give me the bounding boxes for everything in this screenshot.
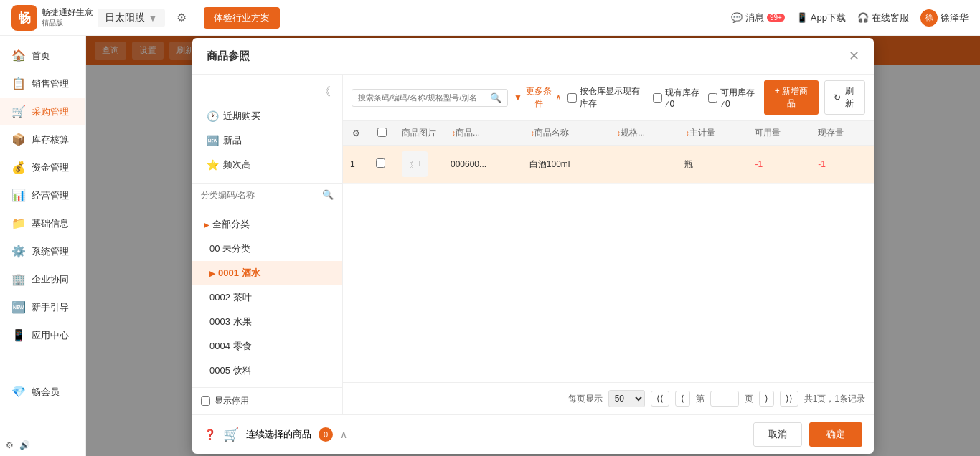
category-search-input[interactable] <box>201 190 318 200</box>
sidebar-item-enterprise[interactable]: 🏢 企业协同 <box>0 265 85 293</box>
app-download-item[interactable]: 📱 App下载 <box>796 11 846 24</box>
product-search-icon[interactable]: 🔍 <box>490 92 501 103</box>
topbar-right: 💬 消息 99+ 📱 App下载 🎧 在线客服 徐 徐泽华 <box>731 9 969 27</box>
commodity-modal: 商品参照 ✕ 《 🕐 近期购买 <box>192 38 874 454</box>
sidebar-item-sales[interactable]: 📋 销售管理 <box>0 70 85 98</box>
row-select-checkbox[interactable] <box>376 158 385 168</box>
row-stock: -1 <box>811 146 874 184</box>
category-0002[interactable]: 0002 茶叶 <box>192 285 342 310</box>
experience-btn[interactable]: 体验行业方案 <box>204 7 280 29</box>
messages-item[interactable]: 💬 消息 99+ <box>731 11 785 24</box>
sidebar-item-member[interactable]: 💎 畅会员 <box>0 378 85 406</box>
topbar: 畅 畅捷通好生意 精品版 日太阳膜 ▼ ⚙ 体验行业方案 💬 消息 99+ 📱 … <box>0 0 980 36</box>
th-unit: ↕ 主计量 <box>677 121 748 146</box>
nav-frequent[interactable]: ⭐ 频次高 <box>201 154 334 176</box>
th-checkbox <box>369 121 395 146</box>
nav-recent[interactable]: 🕐 近期购买 <box>201 105 334 127</box>
usable-ne0-label[interactable]: 可用库存≠0 <box>708 87 758 109</box>
product-search-input[interactable] <box>358 93 487 102</box>
stock-ne0-checkbox[interactable] <box>653 93 662 103</box>
modal-left-top: 《 🕐 近期购买 🆕 新品 ⭐ <box>192 75 342 184</box>
row-checkbox <box>369 146 395 184</box>
th-name: ↕ 商品名称 <box>522 121 608 146</box>
refresh-icon: ↻ <box>834 92 841 103</box>
row-available: -1 <box>748 146 811 184</box>
next-page-btn[interactable]: ⟩ <box>759 391 774 407</box>
system-icon: ⚙️ <box>11 244 26 258</box>
category-0003[interactable]: 0003 水果 <box>192 310 342 334</box>
arrow-icon: ▶ <box>204 221 209 229</box>
category-0005[interactable]: 0005 饮料 <box>192 358 342 383</box>
category-0001[interactable]: ▶ 0001 酒水 <box>192 261 342 285</box>
layout: 🏠 首页 📋 销售管理 🛒 采购管理 📦 库存核算 💰 资金管理 📊 经营管理 … <box>0 36 980 456</box>
topbar-center: 日太阳膜 ▼ ⚙ 体验行业方案 <box>98 7 731 29</box>
volume-icon[interactable]: 🔊 <box>19 440 30 450</box>
sidebar-item-inventory[interactable]: 📦 库存核算 <box>0 125 85 153</box>
arrow-icon: ▶ <box>209 270 215 277</box>
settings-icon[interactable]: ⚙ <box>352 128 360 138</box>
page-input[interactable]: 1 <box>710 391 739 407</box>
gear-icon[interactable]: ⚙ <box>176 11 187 24</box>
add-product-btn[interactable]: + 新增商品 <box>764 80 819 115</box>
frequent-icon: ⭐ <box>207 159 219 171</box>
filter-btn[interactable]: ▼ 更多条件 ∧ <box>514 85 562 110</box>
th-available: 可用量 <box>748 121 811 146</box>
prev-page-btn[interactable]: ⟨ <box>675 391 690 407</box>
select-all-checkbox[interactable] <box>377 128 387 137</box>
cart-icon[interactable]: 🛒 <box>223 427 239 442</box>
sales-icon: 📋 <box>11 77 26 90</box>
stock-ne0-label[interactable]: 现有库存≠0 <box>653 87 703 109</box>
chevron-down-icon: ▼ <box>148 12 158 24</box>
warehouse-display-checkbox[interactable] <box>567 93 577 103</box>
category-search: 🔍 <box>192 184 342 206</box>
confirm-btn[interactable]: 确定 <box>809 422 862 447</box>
collapse-footer-icon[interactable]: ∧ <box>340 429 347 440</box>
sidebar-item-home[interactable]: 🏠 首页 <box>0 42 85 70</box>
first-page-btn[interactable]: ⟨⟨ <box>651 391 669 407</box>
sidebar-item-finance[interactable]: 💰 资金管理 <box>0 153 85 181</box>
category-all[interactable]: ▶ 全部分类 <box>192 212 342 237</box>
category-list: ▶ 全部分类 00 未分类 ▶ 0001 酒水 0002 茶 <box>192 206 342 387</box>
user-item[interactable]: 徐 徐泽华 <box>920 9 969 27</box>
product-table-container: ⚙ 商品图片 <box>343 121 874 382</box>
th-spec: ↕ 规格... <box>608 121 677 146</box>
sidebar-item-appstore[interactable]: 📱 应用中心 <box>0 321 85 349</box>
settings-icon[interactable]: ⚙ <box>6 440 14 450</box>
company-selector[interactable]: 日太阳膜 ▼ <box>98 9 165 27</box>
modal-body: 《 🕐 近期购买 🆕 新品 ⭐ <box>192 75 874 414</box>
last-page-btn[interactable]: ⟩⟩ <box>780 391 798 407</box>
nav-new[interactable]: 🆕 新品 <box>201 130 334 151</box>
customer-service-item[interactable]: 🎧 在线客服 <box>857 11 909 24</box>
table-row[interactable]: 1 🏷 <box>343 146 874 184</box>
footer-actions: 取消 确定 <box>753 422 862 447</box>
page-suffix: 页 <box>745 393 753 405</box>
warehouse-display-label[interactable]: 按仓库显示现有库存 <box>567 85 647 110</box>
sidebar-item-basic[interactable]: 📁 基础信息 <box>0 209 85 237</box>
refresh-btn[interactable]: ↻ 刷新 <box>824 80 865 115</box>
th-code: ↕ 商品... <box>443 121 522 146</box>
close-icon[interactable]: ✕ <box>849 48 859 64</box>
show-disabled-label[interactable]: 显示停用 <box>215 395 249 407</box>
row-spec <box>608 146 677 184</box>
sidebar-item-operations[interactable]: 📊 经营管理 <box>0 181 85 209</box>
sidebar-item-guide[interactable]: 🆕 新手引导 <box>0 293 85 321</box>
row-name: 白酒100ml <box>522 146 608 184</box>
collapse-btn[interactable]: 《 <box>316 82 334 103</box>
sidebar-item-purchase[interactable]: 🛒 采购管理 <box>0 98 85 125</box>
per-page-select[interactable]: 50 100 200 <box>608 390 645 407</box>
guide-icon: 🆕 <box>11 300 26 314</box>
show-disabled-checkbox[interactable] <box>201 396 210 406</box>
category-00[interactable]: 00 未分类 <box>192 237 342 261</box>
username: 徐泽华 <box>941 11 969 24</box>
category-0004[interactable]: 0004 零食 <box>192 334 342 358</box>
appstore-icon: 📱 <box>11 328 26 342</box>
cancel-btn[interactable]: 取消 <box>753 422 802 447</box>
help-icon[interactable]: ❓ <box>204 429 216 440</box>
th-image: 商品图片 <box>395 121 443 146</box>
message-icon: 💬 <box>731 12 743 23</box>
modal-overlay: 商品参照 ✕ 《 🕐 近期购买 <box>86 36 980 456</box>
category-search-icon[interactable]: 🔍 <box>322 189 334 200</box>
sidebar-item-system[interactable]: ⚙️ 系统管理 <box>0 237 85 265</box>
page-label: 第 <box>696 393 705 405</box>
usable-ne0-checkbox[interactable] <box>708 93 717 103</box>
